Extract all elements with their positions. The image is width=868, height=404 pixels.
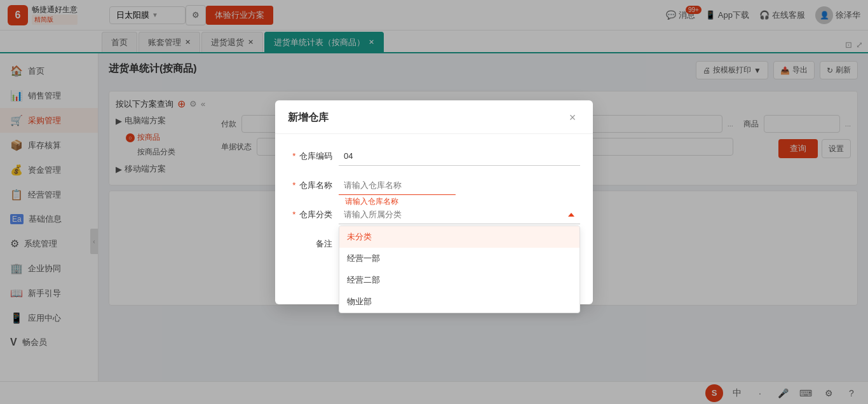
dropdown-option-ops3[interactable]: 物业部	[339, 291, 580, 313]
category-wrapper: 未分类 经营一部 经营二部 物业部	[339, 205, 580, 224]
remark-label: 备注	[288, 234, 339, 253]
dropdown-option-ops2[interactable]: 经营二部	[339, 269, 580, 291]
name-input[interactable]	[339, 176, 456, 195]
chevron-up-icon	[568, 213, 574, 217]
category-dropdown: 未分类 经营一部 经营二部 物业部	[339, 226, 580, 313]
warehouse-modal: 新增仓库 × * 仓库编码 * 仓库名称	[275, 100, 593, 304]
category-row: * 仓库分类 未分类 经营一部 经营二部 物业部	[288, 205, 580, 224]
modal-body: * 仓库编码 * 仓库名称 请输入仓库名称 *	[275, 134, 593, 253]
dropdown-option-ops1[interactable]: 经营一部	[339, 248, 580, 269]
code-row: * 仓库编码	[288, 147, 580, 166]
code-label: * 仓库编码	[288, 147, 339, 166]
modal-overlay: 新增仓库 × * 仓库编码 * 仓库名称	[0, 0, 868, 404]
dropdown-toggle-button[interactable]	[562, 205, 580, 224]
modal-header: 新增仓库 ×	[275, 100, 593, 134]
dropdown-option-uncategorized[interactable]: 未分类	[339, 226, 580, 248]
name-label: * 仓库名称	[288, 176, 339, 195]
modal-close-button[interactable]: ×	[565, 111, 580, 126]
name-row: * 仓库名称 请输入仓库名称	[288, 176, 580, 195]
category-label: * 仓库分类	[288, 205, 339, 224]
code-input[interactable]	[339, 147, 580, 166]
modal-title: 新增仓库	[288, 111, 329, 125]
category-input[interactable]	[339, 205, 580, 224]
